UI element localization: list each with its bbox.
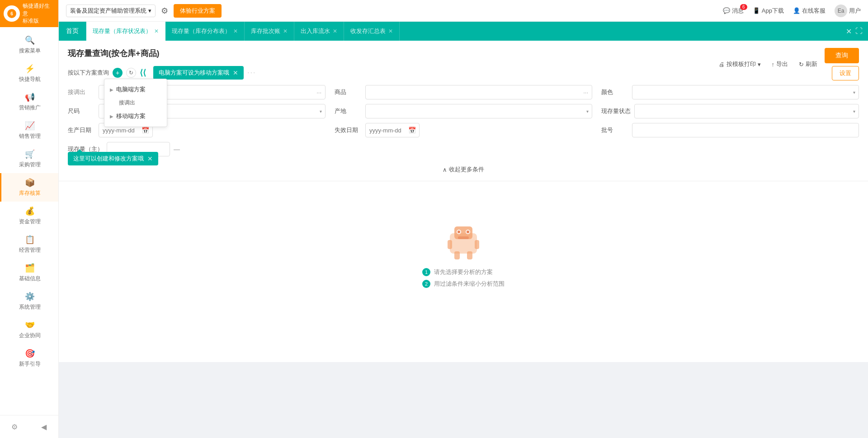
search-nav-icon: 🔍	[25, 35, 35, 45]
expand-tabs-btn[interactable]: ⛶	[855, 27, 863, 35]
message-btn[interactable]: 💬 消息 6	[723, 7, 744, 15]
result-area: 1 请先选择要分析的方案 2 用过滤条件来缩小分析范围	[59, 181, 868, 362]
warehouse-label: 接调出	[68, 88, 95, 96]
basic-icon: 🗂️	[25, 263, 35, 273]
sidebar-item-basic[interactable]: 🗂️ 基础信息	[0, 259, 58, 287]
industry-btn[interactable]: 体验行业方案	[174, 4, 222, 18]
scheme-desktop-sub: 接调出	[104, 96, 167, 109]
close-all-tabs-btn[interactable]: ✕	[846, 27, 852, 36]
origin-select[interactable]	[365, 104, 592, 118]
color-label: 颜色	[601, 88, 628, 96]
scheme-create-tooltip: 这里可以创建和修改方案哦 ✕	[68, 152, 158, 165]
tab-home[interactable]: 首页	[59, 22, 86, 41]
sidebar-item-inventory[interactable]: 📦 库存核算	[0, 173, 58, 202]
prod-date-label: 生产日期	[68, 126, 95, 134]
collapse-btn[interactable]: ∧ 收起更多条件	[443, 165, 484, 174]
form-row-3: 生产日期 📅 失效日期 📅	[68, 123, 859, 137]
sidebar-item-operation[interactable]: 📋 经营管理	[0, 230, 58, 259]
empty-state-icon	[441, 217, 486, 263]
topbar: 装备及固定资产辅助管理系统 ▾ ⚙ 体验行业方案 💬 消息 6 📱 App下载 …	[59, 0, 868, 22]
batch-field: 批号	[601, 123, 859, 137]
scheme-create-close[interactable]: ✕	[147, 155, 153, 162]
tab-inventory-dist[interactable]: 现存量（库存分布表） ✕	[165, 22, 245, 41]
user-profile-btn[interactable]: Ea 用户	[835, 5, 861, 17]
operation-icon: 📋	[25, 235, 35, 245]
form-row-4: 现存量（主） —	[68, 142, 859, 156]
inventory-icon: 📦	[25, 178, 35, 188]
collapse-sidebar-btn[interactable]: ◀	[37, 420, 51, 433]
tab-close-inventory-dist[interactable]: ✕	[233, 28, 238, 34]
empty-tip-2: 2 用过滤条件来缩小分析范围	[422, 280, 505, 288]
back-scheme-btn[interactable]: ⟨⟨	[140, 68, 146, 78]
svg-point-6	[458, 231, 460, 233]
topbar-right: 💬 消息 6 📱 App下载 👤 在线客服 Ea 用户	[723, 5, 861, 17]
svg-rect-12	[467, 251, 472, 259]
goods-input[interactable]: ···	[365, 85, 592, 99]
settings-gear-btn[interactable]: ⚙	[161, 6, 168, 16]
sidebar-item-sales[interactable]: 📈 销售管理	[0, 116, 58, 145]
scheme-desktop-sub-item[interactable]: 接调出	[113, 96, 167, 109]
sidebar-item-purchase[interactable]: 🛒 采购管理	[0, 145, 58, 173]
goods-label: 商品	[335, 88, 362, 96]
tab-close-inventory-status[interactable]: ✕	[154, 28, 159, 34]
tree-arrow-icon: ▶	[110, 87, 113, 92]
sidebar-item-search[interactable]: 🔍 搜索菜单	[0, 31, 58, 59]
expire-date-label: 失效日期	[335, 126, 362, 134]
inventory-status-label: 现存量状态	[601, 107, 631, 115]
online-service-btn[interactable]: 👤 在线客服	[793, 7, 826, 15]
origin-label: 产地	[335, 107, 362, 115]
origin-field: 产地 ▾	[335, 104, 592, 118]
sidebar-footer: ⚙ ◀	[0, 415, 58, 438]
phone-icon: 📱	[753, 7, 760, 14]
sales-icon: 📈	[25, 121, 35, 131]
empty-tips: 1 请先选择要分析的方案 2 用过滤条件来缩小分析范围	[422, 268, 505, 288]
service-icon: 👤	[793, 7, 800, 14]
add-scheme-btn[interactable]: +	[113, 68, 123, 78]
batch-input[interactable]	[632, 123, 859, 137]
finance-icon: 💰	[25, 206, 35, 216]
tab-recv-summary[interactable]: 收发存汇总表 ✕	[344, 22, 400, 41]
filter-area: 按以下方案查询 + ↻ ⟨⟨ 电脑方案可设为移动方案哦 ✕ ··· ▶	[68, 66, 859, 175]
color-select[interactable]	[632, 85, 859, 99]
svg-rect-8	[458, 236, 469, 239]
logo-text: 畅捷通好生意 标准版	[23, 2, 55, 25]
tabbar: 首页 现存量（库存状况表） ✕ 现存量（库存分布表） ✕ 库存批次账 ✕ 出入库…	[59, 22, 868, 41]
refresh-scheme-btn[interactable]: ↻	[126, 68, 136, 78]
empty-tip-1: 1 请先选择要分析的方案	[422, 268, 505, 276]
settings-bottom-btn[interactable]: ⚙	[8, 420, 21, 433]
page-content: 现存量查询(按仓库+商品) 🖨 按模板打印 ▾ ↑ 导出 ↻ 刷新 查询	[59, 41, 868, 438]
purchase-icon: 🛒	[25, 149, 35, 159]
scheme-tree-desktop[interactable]: ▶ 电脑端方案	[104, 83, 167, 96]
goods-field: 商品 ···	[335, 85, 592, 99]
scheme-tooltip-close[interactable]: ✕	[233, 69, 238, 76]
sidebar: 6 畅捷通好生意 标准版 🔍 搜索菜单 ⚡ 快捷导航 📢 营销推广 📈 销售管理…	[0, 0, 59, 438]
inventory-status-select[interactable]	[634, 104, 859, 118]
system-name-dropdown[interactable]: 装备及固定资产辅助管理系统 ▾	[66, 5, 156, 17]
message-badge: 6	[740, 4, 747, 10]
scheme-desktop-tooltip: 电脑方案可设为移动方案哦 ✕	[153, 66, 244, 80]
app-download-btn[interactable]: 📱 App下载	[753, 7, 784, 15]
avatar: Ea	[835, 5, 847, 17]
expire-date-start[interactable]	[365, 123, 420, 137]
scheme-tree-mobile[interactable]: ▶ 移动端方案	[104, 109, 167, 123]
tab-inout-flow[interactable]: 出入库流水 ✕	[294, 22, 344, 41]
expire-date-field: 失效日期 📅	[335, 123, 592, 137]
tab-close-inout-flow[interactable]: ✕	[333, 28, 337, 34]
form-row-2: 尺码 ▾ 产地 ▾	[68, 104, 859, 118]
sidebar-item-system[interactable]: ⚙️ 系统管理	[0, 287, 58, 316]
tab-close-batch-account[interactable]: ✕	[283, 28, 288, 34]
svg-text:6: 6	[10, 11, 13, 16]
tab-inventory-status[interactable]: 现存量（库存状况表） ✕	[86, 22, 165, 41]
sidebar-item-finance[interactable]: 💰 资金管理	[0, 202, 58, 230]
query-button[interactable]: 查询	[825, 48, 859, 63]
inventory-status-field: 现存量状态 ▾	[601, 104, 859, 118]
tab-close-recv-summary[interactable]: ✕	[388, 28, 393, 34]
sidebar-item-marketing[interactable]: 📢 营销推广	[0, 88, 58, 116]
sidebar-item-collab[interactable]: 🤝 企业协同	[0, 316, 58, 344]
marketing-icon: 📢	[25, 92, 35, 102]
sidebar-item-guide[interactable]: 🎯 新手引导	[0, 344, 58, 372]
sidebar-item-quick-nav[interactable]: ⚡ 快捷导航	[0, 59, 58, 88]
collab-icon: 🤝	[25, 320, 35, 330]
color-field: 颜色 ▾	[601, 85, 859, 99]
tab-batch-account[interactable]: 库存批次账 ✕	[245, 22, 294, 41]
